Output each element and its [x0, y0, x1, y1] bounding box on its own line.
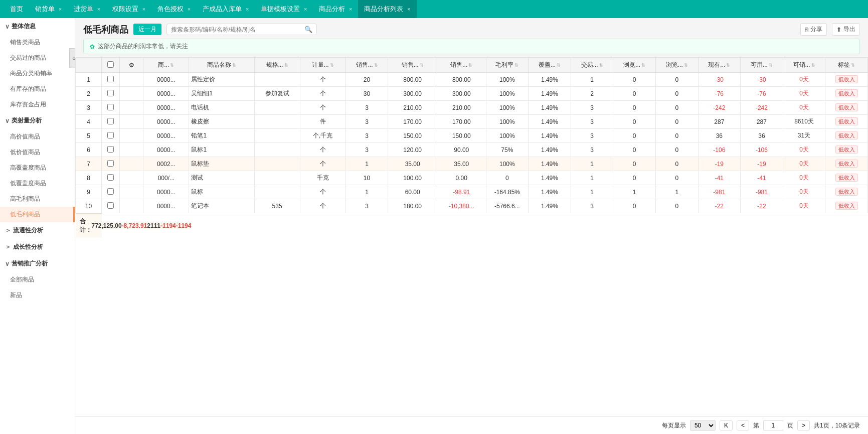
sidebar-item-high-value[interactable]: 高价值商品 — [0, 129, 75, 144]
filter-period-button[interactable]: 近一月 — [133, 24, 161, 35]
cell-browse1: 0 — [613, 157, 656, 171]
row-checkbox[interactable] — [107, 146, 114, 153]
th-trade[interactable]: 交易...⇅ — [571, 58, 613, 73]
cell-browse1: 0 — [613, 87, 656, 101]
nav-analysis-list[interactable]: 商品分析列表 × — [358, 0, 416, 18]
sidebar-collapse-button[interactable]: « — [69, 48, 75, 68]
nav-close-analysis[interactable]: × — [349, 6, 352, 12]
nav-close-purchase[interactable]: × — [97, 6, 100, 12]
sidebar-group-marketing[interactable]: ∨ 营销推广分析 — [0, 255, 75, 272]
th-code[interactable]: 商...⇅ — [143, 58, 189, 73]
nav-permission-settings[interactable]: 权限设置 × — [106, 0, 151, 18]
th-settings[interactable]: ⚙ — [120, 58, 143, 73]
browse-link[interactable]: 0 — [633, 147, 636, 154]
sidebar-item-traded-products[interactable]: 交易过的商品 — [0, 50, 75, 66]
th-browse1[interactable]: 浏览...⇅ — [613, 58, 656, 73]
row-checkbox[interactable] — [107, 90, 114, 96]
sidebar-group-overview[interactable]: ∨ 整体信息 — [0, 18, 75, 35]
cell-tag: 低收入 — [825, 185, 868, 199]
nav-close-role[interactable]: × — [188, 6, 191, 12]
search-icon[interactable]: 🔍 — [304, 26, 312, 33]
page-number-input[interactable] — [763, 420, 783, 430]
th-saleable[interactable]: 可销...⇅ — [783, 58, 825, 73]
nav-close-template[interactable]: × — [304, 6, 307, 12]
share-button[interactable]: ⎘ 分享 — [800, 23, 827, 36]
nav-home[interactable]: 首页 — [4, 0, 29, 18]
sidebar-item-low-coverage[interactable]: 低覆盖度商品 — [0, 176, 75, 191]
group-label-marketing: 营销推广分析 — [12, 259, 48, 268]
cell-settings — [120, 115, 143, 129]
nav-product-entry[interactable]: 产成品入库单 × — [197, 0, 255, 18]
nav-product-analysis[interactable]: 商品分析 × — [313, 0, 358, 18]
sidebar-group-quantity-analysis[interactable]: ∨ 类射量分析 — [0, 112, 75, 129]
nav-template-settings[interactable]: 单据模板设置 × — [255, 0, 313, 18]
cell-saleable: 0天 — [783, 171, 825, 185]
sidebar-item-all-products[interactable]: 全部商品 — [0, 272, 75, 287]
sidebar-item-sales-products[interactable]: 销售类商品 — [0, 35, 75, 50]
nav-close-list[interactable]: × — [407, 6, 410, 12]
page-size-select[interactable]: 50 100 200 — [690, 420, 716, 431]
nav-purchase-order[interactable]: 进货单 × — [68, 0, 106, 18]
sidebar-group-circulation[interactable]: ＞ 流通性分析 — [0, 222, 75, 239]
sidebar-item-low-value[interactable]: 低价值商品 — [0, 144, 75, 160]
cell-stock: -30 — [698, 73, 741, 87]
first-page-button[interactable]: K — [720, 420, 733, 430]
th-avail[interactable]: 可用...⇅ — [741, 58, 783, 73]
cell-sales-amt: 150.00 — [437, 129, 486, 143]
browse-link[interactable]: 1 — [633, 189, 636, 196]
th-sales-cost[interactable]: 销售...⇅ — [388, 58, 437, 73]
notice-text: 这部分商品的利润非常低，请关注 — [98, 42, 188, 51]
sidebar-group-growth[interactable]: ＞ 成长性分析 — [0, 239, 75, 255]
sidebar-item-low-margin[interactable]: 低毛利商品 — [0, 207, 75, 222]
search-input[interactable] — [171, 26, 304, 33]
browse-link[interactable]: 0 — [633, 132, 636, 139]
row-checkbox[interactable] — [107, 174, 114, 181]
browse-link[interactable]: 0 — [633, 161, 636, 168]
th-stock[interactable]: 现有...⇅ — [698, 58, 741, 73]
select-all-checkbox[interactable] — [107, 61, 114, 68]
th-browse2[interactable]: 浏览...⇅ — [655, 58, 698, 73]
export-icon: ⬆ — [836, 26, 841, 33]
row-checkbox[interactable] — [107, 104, 114, 110]
nav-role-auth[interactable]: 角色授权 × — [151, 0, 197, 18]
th-gross-margin[interactable]: 毛利率⇅ — [486, 58, 529, 73]
sidebar-item-new-products[interactable]: 新品 — [0, 287, 75, 303]
row-checkbox[interactable] — [107, 76, 114, 82]
th-sales-amt[interactable]: 销售...⇅ — [437, 58, 486, 73]
browse-link[interactable]: 0 — [633, 104, 636, 111]
sidebar-item-category-rate[interactable]: 商品分类助销率 — [0, 66, 75, 81]
prev-page-button[interactable]: < — [737, 420, 749, 430]
browse-link[interactable]: 0 — [633, 175, 636, 182]
browse-link[interactable]: 0 — [633, 203, 636, 210]
th-spec[interactable]: 规格...⇅ — [254, 58, 300, 73]
th-sales-qty[interactable]: 销售...⇅ — [345, 58, 388, 73]
table-container[interactable]: ⚙ 商...⇅ 商品名称⇅ 规格...⇅ 计量...⇅ 销售...⇅ 销售...… — [75, 57, 868, 416]
th-name[interactable]: 商品名称⇅ — [189, 58, 254, 73]
nav-close-product[interactable]: × — [246, 6, 249, 12]
sidebar-item-inventory-capital[interactable]: 库存资金占用 — [0, 97, 75, 112]
next-page-button[interactable]: > — [797, 420, 810, 430]
th-tag[interactable]: 标签⇅ — [825, 58, 868, 73]
group-label-growth: 成长性分析 — [13, 243, 43, 251]
browse-link[interactable]: 0 — [633, 76, 636, 83]
th-coverage[interactable]: 覆盖...⇅ — [529, 58, 571, 73]
row-checkbox[interactable] — [107, 118, 114, 124]
sidebar-item-in-stock[interactable]: 有库存的商品 — [0, 81, 75, 97]
nav-close-permission[interactable]: × — [142, 6, 145, 12]
browse-link[interactable]: 0 — [633, 118, 636, 125]
row-checkbox[interactable] — [107, 202, 114, 209]
nav-sales-order[interactable]: 销货单 × — [29, 0, 68, 18]
footer-browse2: 1 — [157, 222, 160, 229]
browse-link[interactable]: 0 — [633, 90, 636, 97]
row-checkbox[interactable] — [107, 160, 114, 167]
row-checkbox[interactable] — [107, 188, 114, 195]
cell-avail: -106 — [741, 143, 783, 157]
sidebar-item-high-coverage[interactable]: 高覆盖度商品 — [0, 160, 75, 176]
cell-unit: 个 — [300, 157, 345, 171]
nav-close-sales[interactable]: × — [59, 6, 62, 12]
export-button[interactable]: ⬆ 导出 — [832, 23, 860, 36]
cell-unit: 个 — [300, 199, 345, 213]
sidebar-item-high-margin[interactable]: 高毛利商品 — [0, 191, 75, 207]
row-checkbox[interactable] — [107, 132, 114, 138]
th-unit[interactable]: 计量...⇅ — [300, 58, 345, 73]
